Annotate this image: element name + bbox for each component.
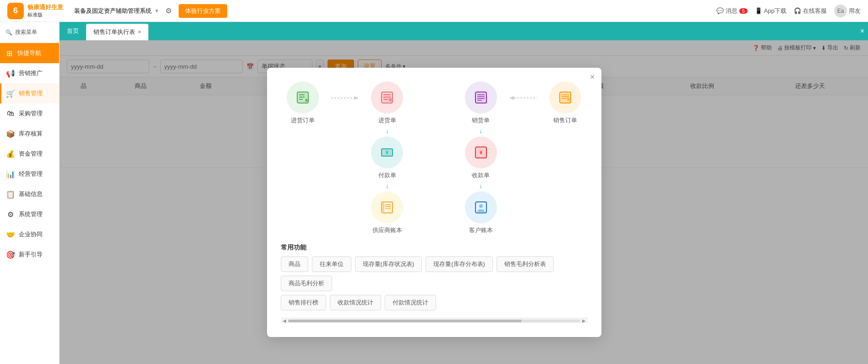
tabs-bar: 首页 销售订单执行表 × × [60,22,868,40]
trial-button[interactable]: 体验行业方案 [179,4,227,18]
sales-order-icon [549,81,581,114]
tab-sales-exec[interactable]: 销售订单执行表 × [86,24,148,40]
scroll-left-arrow[interactable]: ◀ [283,318,286,323]
scroll-track [288,320,580,322]
system-title: 装备及固定资产辅助管理系统 [74,7,152,15]
common-funcs-title: 常用功能 [281,244,588,252]
content-area: 首页 销售订单执行表 × × ❓ 帮助 🖨 [60,22,868,364]
sidebar-item-purchase[interactable]: 🛍 采购管理 [0,103,59,124]
func-btns-row-2: 销售排行榜 收款情况统计 付款情况统计 [281,295,588,310]
purchase-order-icon [287,81,319,114]
func-btn-goods-profit[interactable]: 商品毛利分析 [281,276,332,291]
sidebar-item-system[interactable]: ⚙ 系统管理 [0,204,59,224]
func-btn-sales-rank[interactable]: 销售排行榜 [281,295,326,310]
svg-rect-28 [382,203,384,212]
app-download-button[interactable]: 📱 App下载 [755,7,786,15]
sidebar: 🔍 搜索菜单 ⊞ 快捷导航 📢 营销推广 🛒 销售管理 🛍 [0,22,60,364]
window-close-button[interactable]: × [860,27,864,35]
system-icon: ⚙ [6,210,15,219]
quick-nav-icon: ⊞ [5,49,14,58]
sidebar-item-sales[interactable]: 🛒 销售管理 [0,83,59,103]
sidebar-item-quick-nav[interactable]: ⊞ 快捷导航 [0,43,59,63]
func-btn-stock-dist[interactable]: 现存量(库存分布表) [426,256,493,272]
sidebar-search-area: 🔍 搜索菜单 [0,22,59,43]
supplier-ledger-label: 供应商账本 [372,226,402,234]
flow-purchase-bill: 进货单 [371,81,403,125]
sidebar-item-finance[interactable]: 💰 资金管理 [0,144,59,164]
arrow-right-1 [331,95,359,111]
down-arrow-payment: ↓ [371,181,403,190]
flow-sales-order: 销售订单 [549,81,581,125]
sales-order-label: 销售订单 [553,116,577,125]
online-service-button[interactable]: 🎧 在线客服 [794,7,827,15]
guide-icon: 🎯 [6,250,15,259]
popup-close-button[interactable]: × [590,72,595,82]
message-button[interactable]: 💬 消息 5 [716,7,748,15]
sidebar-item-inventory[interactable]: 📦 库存核算 [0,124,59,144]
scroll-right-arrow[interactable]: ▶ [582,318,586,323]
main-area: 🔍 搜索菜单 ⊞ 快捷导航 📢 营销推广 🛒 销售管理 🛍 [0,22,868,364]
flow-customer-ledger: 客户账本 [465,191,497,234]
flow-overlay: × 进货订单 [60,40,868,364]
sales-bill-label: 销货单 [472,116,490,125]
marketing-icon: 📢 [6,69,15,78]
func-btn-payment-stats[interactable]: 付款情况统计 [385,295,436,310]
basic-icon: 📋 [6,190,15,199]
down-arrow-receipt: ↓ [465,181,497,190]
inventory-icon: 📦 [6,129,15,138]
popup-card: × 进货订单 [267,68,601,337]
sidebar-item-enterprise[interactable]: 🤝 企业协同 [0,224,59,244]
flow-purchase-order: 进货订单 [287,81,319,125]
svg-point-33 [479,204,483,208]
sidebar-nav: ⊞ 快捷导航 📢 营销推广 🛒 销售管理 🛍 采购管理 📦 库存核算 [0,43,59,364]
logo-main: 畅康通好生意 [27,4,63,11]
func-btn-stock-status[interactable]: 现存量(库存状况表) [355,256,422,272]
func-btns-row-1: 商品 往来单位 现存量(库存状况表) 现存量(库存分布表) 销售毛利分析表 商品… [281,256,588,291]
top-bar: 6 畅康通好生意 标准版 装备及固定资产辅助管理系统 ▾ ⚙ 体验行业方案 💬 … [0,0,868,22]
purchase-bill-label: 进货单 [378,116,396,125]
sales-icon: 🛒 [6,89,15,98]
system-name: 装备及固定资产辅助管理系统 ▾ ⚙ 体验行业方案 [67,4,716,18]
logo-text: 畅康通好生意 标准版 [27,4,63,18]
tab-close-icon[interactable]: × [138,29,141,35]
customer-ledger-icon [465,191,497,223]
receipt-bill-label: 收款单 [472,171,490,179]
app-wrapper: 6 畅康通好生意 标准版 装备及固定资产辅助管理系统 ▾ ⚙ 体验行业方案 💬 … [0,0,868,364]
operation-icon: 📊 [6,169,15,179]
sidebar-item-operation[interactable]: 📊 经营管理 [0,164,59,184]
scroll-thumb[interactable] [288,320,522,322]
payment-bill-label: 付款单 [378,171,396,179]
flow-row-2: ¥ 付款单 ¥ 收款单 [281,136,588,179]
service-icon: 🎧 [794,7,801,14]
func-btn-receipt-stats[interactable]: 收款情况统计 [330,295,381,310]
popup-scrollbar[interactable]: ◀ ▶ [281,318,588,323]
sidebar-item-marketing[interactable]: 📢 营销推广 [0,63,59,83]
func-btn-goods[interactable]: 商品 [281,256,308,272]
svg-text:¥: ¥ [480,150,483,155]
func-btn-contacts[interactable]: 往来单位 [312,256,351,272]
svg-rect-11 [475,92,486,103]
system-dropdown-icon[interactable]: ▾ [155,7,158,14]
search-menu-button[interactable]: 🔍 搜索菜单 [4,27,55,38]
svg-text:¥: ¥ [386,150,389,155]
tab-home[interactable]: 首页 [60,22,86,40]
arrow-left-1 [509,95,537,111]
user-name: 用友 [849,7,861,15]
sidebar-item-guide[interactable]: 🎯 新手引导 [0,244,59,265]
user-avatar-area[interactable]: Ea 用友 [834,5,861,17]
arrow-down-row-1: ↓ ↓ [281,126,588,136]
func-btn-sales-profit[interactable]: 销售毛利分析表 [497,256,554,272]
enterprise-icon: 🤝 [6,230,15,239]
gear-button[interactable]: ⚙ [162,5,175,17]
supplier-ledger-icon [371,191,403,223]
purchase-icon: 🛍 [6,109,15,118]
sidebar-item-basic[interactable]: 📋 基础信息 [0,184,59,204]
download-icon: 📱 [755,7,762,14]
flow-receipt-bill: ¥ 收款单 [465,136,497,179]
logo-area: 6 畅康通好生意 标准版 [7,3,67,19]
svg-marker-17 [509,96,514,100]
purchase-order-label: 进货订单 [291,116,315,125]
top-right: 💬 消息 5 📱 App下载 🎧 在线客服 Ea 用友 [716,5,861,17]
message-label: 消息 [726,7,737,15]
flow-row-3: 供应商账本 客户账本 [281,191,588,234]
